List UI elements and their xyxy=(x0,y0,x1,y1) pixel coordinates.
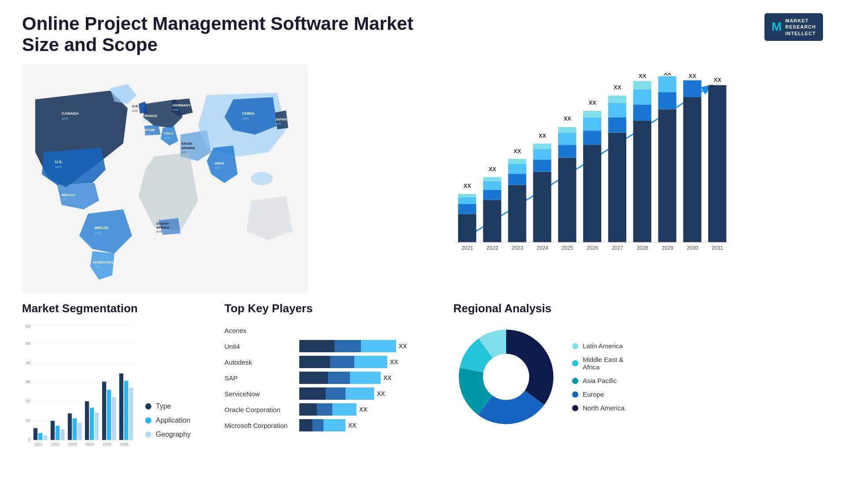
dot-middle-east-africa xyxy=(572,360,578,366)
svg-text:50: 50 xyxy=(26,341,30,346)
dot-latin-america xyxy=(572,343,578,349)
bar-mid-servicenow xyxy=(326,387,345,400)
segmentation-title: Market Segmentation xyxy=(22,302,207,315)
svg-text:XX: XX xyxy=(514,148,522,154)
svg-text:2025: 2025 xyxy=(562,245,573,251)
donut-area: Latin America Middle East &Africa Asia P… xyxy=(453,324,823,430)
dot-europe xyxy=(572,391,578,398)
svg-rect-89 xyxy=(683,97,701,242)
label-latin-america: Latin America xyxy=(583,342,623,350)
player-value-sap: XX xyxy=(383,374,392,381)
legend-dot-application xyxy=(145,417,151,424)
player-row-aconex: Aconex xyxy=(224,324,436,336)
svg-rect-116 xyxy=(55,426,59,440)
svg-rect-37 xyxy=(458,204,476,214)
svg-text:xx%: xx% xyxy=(62,117,68,121)
svg-text:U.K.: U.K. xyxy=(132,104,139,108)
svg-rect-48 xyxy=(508,185,526,242)
svg-text:FRANCE: FRANCE xyxy=(143,114,158,118)
svg-text:xx%: xx% xyxy=(156,230,162,233)
svg-text:AFRICA: AFRICA xyxy=(156,226,169,230)
svg-point-33 xyxy=(251,172,273,185)
svg-rect-121 xyxy=(77,423,81,440)
bar-microsoft xyxy=(299,419,345,431)
svg-text:2022: 2022 xyxy=(51,442,60,447)
svg-rect-81 xyxy=(633,81,651,89)
regional-legend: Latin America Middle East &Africa Asia P… xyxy=(572,342,625,412)
svg-rect-63 xyxy=(558,127,576,133)
player-row-sap: SAP XX xyxy=(224,372,436,384)
svg-rect-69 xyxy=(583,111,601,117)
bar-sap xyxy=(299,372,381,384)
svg-rect-119 xyxy=(68,413,72,440)
svg-rect-42 xyxy=(483,200,501,242)
svg-rect-57 xyxy=(533,143,551,149)
legend-type: Type xyxy=(145,402,191,410)
player-row-oracle: Oracle Corporation XX xyxy=(224,403,436,416)
bar-mid-unit4 xyxy=(334,340,361,352)
svg-text:xx%: xx% xyxy=(95,231,101,235)
svg-text:INDIA: INDIA xyxy=(215,161,224,165)
players-list: Aconex Unit4 XX Autode xyxy=(224,324,436,431)
svg-rect-54 xyxy=(533,172,551,242)
svg-text:20: 20 xyxy=(26,399,30,403)
player-bar-sap: XX xyxy=(299,372,392,384)
svg-text:ARGENTINA: ARGENTINA xyxy=(92,260,114,264)
svg-rect-132 xyxy=(124,381,128,440)
svg-rect-73 xyxy=(608,117,626,133)
player-row-servicenow: ServiceNow XX xyxy=(224,387,436,400)
svg-text:60: 60 xyxy=(26,324,30,329)
bar-dark-autodesk xyxy=(299,356,330,368)
svg-text:2023: 2023 xyxy=(511,245,523,251)
svg-text:2024: 2024 xyxy=(86,442,94,447)
player-row-unit4: Unit4 XX xyxy=(224,340,436,352)
seg-legend: Type Application Geography xyxy=(145,402,191,447)
bar-dark-oracle xyxy=(299,403,317,416)
svg-rect-129 xyxy=(112,397,116,440)
svg-point-140 xyxy=(483,354,529,400)
logo-line1: MARKET xyxy=(785,18,816,24)
seg-bars-svg: 0 10 20 30 40 50 60 2021 xyxy=(22,324,136,447)
svg-text:XX: XX xyxy=(664,73,672,77)
svg-text:2027: 2027 xyxy=(612,245,624,251)
bar-light-sap xyxy=(350,372,381,384)
logo-line3: INTELLECT xyxy=(785,30,816,37)
legend-dot-geography xyxy=(145,431,151,438)
svg-rect-117 xyxy=(60,429,64,440)
dot-asia-pacific xyxy=(572,378,578,384)
player-value-oracle: XX xyxy=(359,406,367,413)
bar-light-microsoft xyxy=(323,419,345,431)
svg-text:XX: XX xyxy=(539,132,547,139)
svg-rect-85 xyxy=(658,92,676,110)
player-name-sap: SAP xyxy=(224,374,295,382)
bar-oracle xyxy=(299,403,356,416)
bar-light-servicenow xyxy=(345,387,374,400)
svg-rect-66 xyxy=(583,145,601,242)
svg-text:GERMANY: GERMANY xyxy=(173,103,191,107)
player-name-unit4: Unit4 xyxy=(224,343,295,350)
svg-rect-50 xyxy=(508,164,526,174)
player-name-aconex: Aconex xyxy=(224,327,295,334)
svg-rect-90 xyxy=(683,80,701,98)
svg-text:2021: 2021 xyxy=(462,245,474,251)
svg-text:XX: XX xyxy=(689,73,697,79)
label-asia-pacific: Asia Pacific xyxy=(583,377,617,384)
svg-rect-74 xyxy=(608,103,626,117)
label-middle-east-africa: Middle East &Africa xyxy=(583,356,624,371)
svg-text:2025: 2025 xyxy=(103,442,111,447)
svg-rect-62 xyxy=(558,133,576,145)
player-bar-microsoft: XX xyxy=(299,419,356,431)
svg-rect-124 xyxy=(90,408,94,440)
svg-rect-120 xyxy=(73,418,77,440)
svg-rect-123 xyxy=(85,401,89,440)
svg-text:MEXICO: MEXICO xyxy=(62,193,76,197)
logo-text: MARKET RESEARCH INTELLECT xyxy=(785,18,816,37)
svg-text:xx%: xx% xyxy=(275,122,281,125)
page-title: Online Project Management Software Marke… xyxy=(22,13,418,55)
svg-rect-36 xyxy=(458,214,476,242)
svg-rect-38 xyxy=(458,197,476,204)
svg-rect-79 xyxy=(633,105,651,121)
legend-europe: Europe xyxy=(572,391,625,398)
legend-north-america: North America xyxy=(572,404,625,412)
world-map-svg: CANADA xx% U.S. xx% MEXICO xx% BRAZIL xx… xyxy=(22,64,308,293)
